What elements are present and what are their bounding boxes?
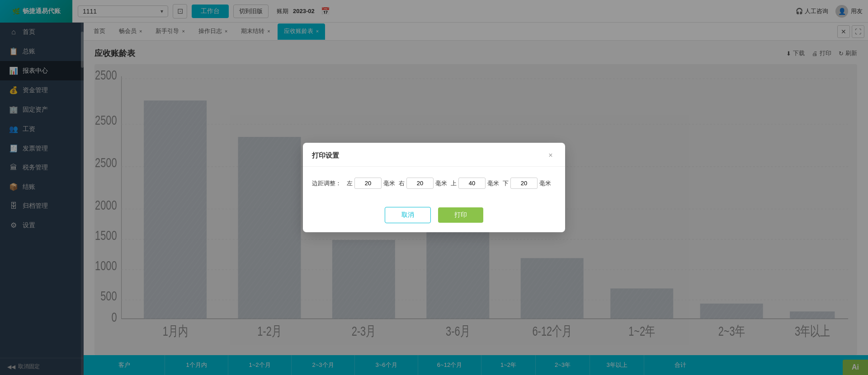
bottom-margin-input[interactable] <box>510 178 538 189</box>
top-label: 上 <box>451 179 457 188</box>
left-label: 左 <box>347 179 353 188</box>
dialog-title: 打印设置 <box>312 151 339 160</box>
dialog-close-button[interactable]: × <box>545 150 556 161</box>
top-margin-input[interactable] <box>458 178 486 189</box>
left-unit: 毫米 <box>383 179 395 188</box>
left-margin-group: 左 毫米 <box>347 178 395 189</box>
bottom-label: 下 <box>503 179 509 188</box>
right-margin-group: 右 毫米 <box>399 178 447 189</box>
top-unit: 毫米 <box>487 179 499 188</box>
right-unit: 毫米 <box>435 179 447 188</box>
print-settings-dialog: 打印设置 × 边距调整： 左 毫米 右 毫米 上 毫米 <box>303 143 565 232</box>
confirm-print-button[interactable]: 打印 <box>438 207 483 223</box>
margin-row: 边距调整： 左 毫米 右 毫米 上 毫米 下 <box>312 178 556 189</box>
left-margin-input[interactable] <box>354 178 382 189</box>
right-label: 右 <box>399 179 405 188</box>
dialog-header: 打印设置 × <box>303 143 565 167</box>
top-margin-group: 上 毫米 <box>451 178 499 189</box>
dialog-body: 边距调整： 左 毫米 右 毫米 上 毫米 下 <box>303 167 565 200</box>
right-margin-input[interactable] <box>406 178 434 189</box>
dialog-footer: 取消 打印 <box>303 200 565 232</box>
bottom-unit: 毫米 <box>539 179 551 188</box>
margin-label: 边距调整： <box>312 179 341 188</box>
dialog-overlay[interactable]: 打印设置 × 边距调整： 左 毫米 右 毫米 上 毫米 <box>0 0 868 375</box>
cancel-button[interactable]: 取消 <box>385 207 431 223</box>
bottom-margin-group: 下 毫米 <box>503 178 551 189</box>
